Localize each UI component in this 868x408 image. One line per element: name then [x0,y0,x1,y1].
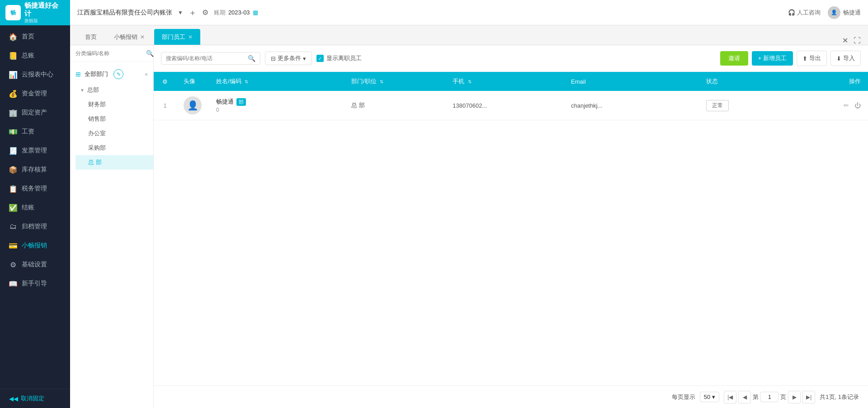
cell-actions: ✏ ⏻ [800,91,868,120]
sidebar-item-invoice[interactable]: 🧾 发票管理 [0,141,70,160]
period-display: 账期 2023-03 ▦ [214,9,258,17]
col-status: 状态 [699,72,800,91]
new-guide-icon: 📖 [9,280,17,288]
dept-collapse-icon[interactable]: « [145,71,148,77]
table-row: 1 👤 畅捷通 部 [154,91,868,120]
tab-home[interactable]: 首页 [77,29,104,45]
page-label-post: 页 [780,393,786,401]
page-number-input[interactable] [760,392,778,402]
cell-name: 畅捷通 部 0 [209,91,344,120]
sidebar-item-funds[interactable]: 💰 资金管理 [0,84,70,103]
col-settings[interactable]: ⚙ [154,72,176,91]
sidebar-item-inventory[interactable]: 📦 库存核算 [0,160,70,179]
logout-employee-icon[interactable]: ⏻ [854,102,861,109]
sidebar-item-fixed-assets[interactable]: 🏢 固定资产 [0,103,70,122]
page-first-button[interactable]: |◀ [724,391,736,403]
employee-search-icon[interactable]: 🔍 [248,55,255,62]
settings-icon[interactable]: ⚙ [202,8,208,17]
dept-sub-finance[interactable]: 财务部 [75,97,153,112]
sidebar-item-basic-settings[interactable]: ⚙ 基础设置 [0,255,70,274]
employee-code: 0 [216,107,337,113]
add-company-icon[interactable]: ＋ [189,7,197,18]
inventory-icon: 📦 [9,166,17,174]
sidebar-item-ledger[interactable]: 📒 总账 [0,46,70,65]
actions-row: ✏ ⏻ [807,102,861,109]
page-last-button[interactable]: ▶| [802,391,815,403]
toolbar-right-actions: 邀请 + 新增员工 ⬆ 导出 ⬇ 导入 [720,51,861,66]
dept-all-item[interactable]: ⊞ 全部部门 ✎ « [70,66,153,83]
topbar-right: 🎧 人工咨询 👤 畅捷通 [788,6,861,19]
sidebar-item-archive[interactable]: 🗂 归档管理 [0,217,70,236]
sidebar-nav: 🏠 首页 📒 总账 📊 云报表中心 💰 资金管理 🏢 固定资产 💵 工资 🧾 发… [0,25,70,389]
export-button[interactable]: ⬆ 导出 [797,51,827,66]
page-size-select[interactable]: 50 ▾ [700,392,719,402]
col-name[interactable]: 姓名/编码 ⇅ [209,72,344,91]
dept-section-header-hq[interactable]: ▼ 总部 [75,83,153,97]
show-resigned-toggle[interactable]: ✓ 显示离职员工 [316,54,362,62]
dept-sort-icon: ⇅ [380,79,383,84]
dept-search-area: 🔍 [70,45,153,62]
page-total: 共1页, 1条记录 [820,393,859,401]
page-input-wrap: 第 页 [753,392,786,402]
invoice-icon: 🧾 [9,147,17,155]
unpin-button[interactable]: ◀◀ 取消固定 [0,389,70,408]
dept-search-input[interactable] [75,50,143,57]
cell-phone: 138070602... [445,91,564,120]
sidebar-item-checkout[interactable]: ✅ 结账 [0,198,70,217]
invite-button[interactable]: 邀请 [720,51,748,66]
cell-avatar: 👤 [176,91,209,120]
tab-dept-employee[interactable]: 部门员工 ✕ [154,29,200,45]
cell-email: chanjethkj... [564,91,699,120]
sidebar-item-label: 基础设置 [22,261,47,269]
add-employee-button[interactable]: + 新增员工 [752,51,793,66]
tab-home-label: 首页 [85,33,97,41]
tab-xiaochang-expense[interactable]: 小畅报销 ✕ [106,29,152,45]
sidebar-item-tax[interactable]: 📋 税务管理 [0,179,70,198]
show-resigned-label: 显示离职员工 [326,54,362,62]
page-next-button[interactable]: ▶ [788,391,801,403]
pagination-bar: 每页显示 50 ▾ |◀ ◀ 第 页 ▶ ▶| [154,385,868,408]
dept-sub-sales[interactable]: 销售部 [75,112,153,126]
dept-sub-procurement[interactable]: 采购部 [75,141,153,155]
sidebar-item-label: 小畅报销 [22,242,47,250]
calendar-icon[interactable]: ▦ [253,9,258,16]
filter-button[interactable]: ⊟ 更多条件 ▾ [265,52,312,65]
page-size-label: 每页显示 [672,393,695,401]
tab-close-all-icon[interactable]: ✕ [842,36,848,45]
tab-expand-icon[interactable]: ⛶ [854,37,861,45]
user-menu[interactable]: 👤 畅捷通 [828,6,861,19]
filter-label: 更多条件 [278,54,301,62]
dept-panel: 🔍 ⊞ 全部部门 ✎ « ▼ 总部 财务部 [70,45,154,408]
col-dept[interactable]: 部门/职位 ⇅ [344,72,445,91]
unpin-label: 取消固定 [21,394,44,403]
employee-name: 畅捷通 [216,98,234,106]
sidebar: 畅 畅捷通好会计 旗舰版 🏠 首页 📒 总账 📊 云报表中心 💰 资金管理 🏢 … [0,0,70,408]
page-prev-button[interactable]: ◀ [738,391,751,403]
dept-search-icon[interactable]: 🔍 [146,50,154,57]
import-button[interactable]: ⬇ 导入 [830,51,861,66]
sidebar-item-reports[interactable]: 📊 云报表中心 [0,65,70,84]
col-phone[interactable]: 手机 ⇅ [445,72,564,91]
dept-edit-icon[interactable]: ✎ [113,69,123,79]
sidebar-item-new-guide[interactable]: 📖 新手引导 [0,274,70,293]
tab-dept-close-icon[interactable]: ✕ [188,34,193,40]
dept-tree: ⊞ 全部部门 ✎ « ▼ 总部 财务部 销售部 办公室 采购部 [70,62,153,408]
edit-employee-icon[interactable]: ✏ [844,102,849,109]
support-button[interactable]: 🎧 人工咨询 [788,9,821,17]
sidebar-item-label: 税务管理 [22,185,47,193]
sidebar-item-salary[interactable]: 💵 工资 [0,122,70,141]
dept-sub-general[interactable]: 总 部 [75,155,153,170]
employee-search-input[interactable] [166,55,245,62]
dept-sub-office[interactable]: 办公室 [75,126,153,141]
tabs-right-actions: ✕ ⛶ [842,36,861,45]
sidebar-item-home[interactable]: 🏠 首页 [0,27,70,46]
tab-dept-label: 部门员工 [162,33,185,41]
tab-xiaochang-close-icon[interactable]: ✕ [140,34,145,40]
page-label-pre: 第 [753,393,759,401]
logo-subtitle: 旗舰版 [24,18,65,24]
company-dropdown-icon[interactable]: ▼ [178,9,183,16]
sidebar-item-xiaochang[interactable]: 💳 小畅报销 [0,236,70,255]
show-resigned-checkbox[interactable]: ✓ [316,55,324,62]
sidebar-item-label: 归档管理 [22,223,47,231]
ledger-icon: 📒 [9,52,17,60]
